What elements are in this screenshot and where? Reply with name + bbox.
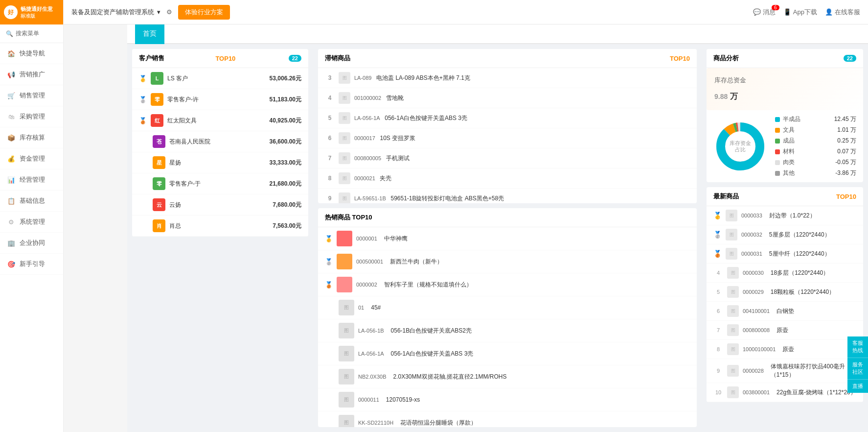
sidebar-item-purchase[interactable]: 🛍 采购管理 [0, 106, 63, 127]
float-community-button[interactable]: 服务社区 [847, 358, 868, 380]
customer-sales-list: 🥇 L LS 客户 53,006.26元 🥈 零 零售客户-许 51,183.0… [132, 68, 308, 237]
list-item: 5 图 0000029 18颗粒板（1220*2440） [707, 283, 863, 302]
legend-value: -0.05 万 [835, 158, 856, 167]
rank-num: 3 [325, 73, 335, 83]
rank-item: 星 星扬 33,333.00元 [132, 152, 308, 173]
product-code: 001000002 [354, 95, 381, 101]
operations-icon: 📊 [7, 175, 16, 184]
svg-text:库存资金: 库存资金 [730, 140, 751, 146]
sidebar-item-marketing[interactable]: 📢 营销推广 [0, 64, 63, 85]
rank-name: 肖总 [169, 222, 269, 230]
product-code: 10000100001 [743, 346, 776, 352]
product-name: 056-1B白色按键开关底ABS2壳 [391, 327, 472, 335]
customer-sales-title: 客户销售 [139, 54, 164, 63]
medal-icon: 🥈 [713, 231, 722, 239]
inventory-icon: 📦 [7, 133, 16, 142]
sidebar-item-sales[interactable]: 🛒 销售管理 [0, 85, 63, 106]
rank-amount: 51,183.00元 [270, 96, 301, 104]
system-selector[interactable]: 装备及固定资产辅助管理系统 ▾ [71, 8, 160, 17]
rank-avatar: 云 [153, 198, 165, 211]
hot-products-header: 热销商品 TOP10 [318, 208, 697, 227]
medal-icon: 🥇 [713, 212, 722, 219]
product-name: 2.0X30MM双搓花轴,搓花直径2.1MM/ROHS [393, 373, 506, 381]
legend-dot [775, 160, 780, 165]
sidebar-item-guide[interactable]: 🎯 新手引导 [0, 254, 63, 275]
rank-num: 6 [325, 133, 335, 143]
product-code: NB2.0X30B [358, 374, 386, 380]
product-code: 000500001 [356, 259, 383, 264]
rank-item: 🥉 红 红太阳文具 40,925.00元 [132, 110, 308, 131]
sidebar-item-quick-nav[interactable]: 🏠 快捷导航 [0, 43, 63, 64]
rank-avatar: 红 [151, 114, 163, 127]
purchase-icon: 🛍 [7, 112, 16, 121]
product-code: LA-056-1A [358, 351, 384, 357]
list-item: 图 01 45# [318, 296, 697, 319]
float-direct-button[interactable]: 直播 [847, 380, 868, 393]
rank-avatar: L [151, 72, 163, 85]
product-name: 电池盖 LA-089 ABS本色+黑种 7.1克 [376, 74, 470, 81]
legend-label: 文具 [783, 126, 795, 134]
sidebar-item-system[interactable]: ⚙ 系统管理 [0, 212, 63, 233]
product-thumb: 图 [726, 210, 737, 221]
settings-icon[interactable]: ⚙ [166, 8, 172, 16]
finance-icon: 💰 [7, 154, 16, 163]
customer-sales-header: 客户销售 TOP10 22 [132, 49, 308, 68]
sidebar-item-inventory[interactable]: 📦 库存核算 [0, 127, 63, 148]
product-code: 0000001 [356, 236, 377, 241]
medal-icon: 🥈 [139, 96, 147, 103]
product-thumb: 图 [339, 323, 354, 338]
product-name: 22g鱼豆腐-烧烤味（1*12*20） [777, 388, 856, 397]
medal-icon: 🥉 [139, 117, 147, 124]
product-thumb: 图 [727, 267, 739, 279]
sidebar-item-operations[interactable]: 📊 经营管理 [0, 169, 63, 191]
product-name: 体饿嘉枝味苏打饮品400毫升（1*15） [771, 362, 856, 379]
sidebar-search[interactable]: 🔍 搜索菜单 [0, 24, 63, 43]
search-icon: 🔍 [6, 30, 13, 37]
product-thumb: 图 [339, 346, 354, 361]
product-code: 0000031 [741, 251, 762, 257]
product-info: LA-089 电池盖 LA-089 ABS本色+黑种 7.1克 [354, 74, 690, 82]
app-download-button[interactable]: 📱 App下载 [783, 8, 817, 17]
product-thumb: 图 [726, 229, 737, 240]
product-name: 智利车子里（规格不知道填什么） [384, 281, 472, 289]
home-icon: 🏠 [7, 49, 16, 58]
float-service-button[interactable]: 客服热线 [847, 336, 868, 358]
list-item: 6 图 004100001 白钢垫 [707, 302, 863, 321]
sidebar-item-basic-info[interactable]: 📋 基础信息 [0, 191, 63, 212]
moving-products-card: 滞销商品 TOP10 3 图 LA-089 电池盖 LA-089 ABS本色+黑… [318, 49, 697, 203]
new-products-top: TOP10 [836, 193, 856, 200]
new-products-header: 最新商品 TOP10 [707, 187, 863, 206]
chevron-down-icon: ▾ [157, 8, 160, 16]
tab-home[interactable]: 首页 [135, 24, 164, 44]
medal-icon: 🥈 [325, 258, 333, 265]
list-item: 图 0000011 12070519-xs [318, 388, 697, 411]
product-code: KK-SD22110H [358, 420, 393, 426]
rank-item: 肖 肖总 7,563.00元 [132, 216, 308, 237]
product-name: 18多层（1220*2440） [771, 269, 856, 277]
legend-label: 材料 [783, 147, 795, 156]
product-thumb: 图 [339, 192, 350, 203]
rank-num: 5 [713, 287, 723, 297]
messages-button[interactable]: 💬 消息 6 [753, 8, 776, 17]
new-products-card: 最新商品 TOP10 🥇 图 0000033 封边带（1.0*22） 🥈 图 0… [707, 187, 863, 402]
product-thumb: 图 [339, 415, 354, 427]
sidebar-item-enterprise[interactable]: 🏢 企业协同 [0, 233, 63, 254]
online-service-button[interactable]: 👤 在线客服 [825, 8, 860, 17]
rank-name: 苍南县人民医院 [169, 138, 266, 146]
product-code: 0000029 [743, 289, 764, 295]
legend-item: 肉类 -0.05 万 [775, 158, 856, 167]
product-name: 056-1A白色按键开关盖ABS 3壳 [385, 115, 467, 121]
system-icon: ⚙ [7, 217, 16, 226]
basic-info-icon: 📋 [7, 196, 16, 205]
rank-num: 4 [713, 268, 723, 278]
topbar: 装备及固定资产辅助管理系统 ▾ ⚙ 体验行业方案 💬 消息 6 📱 App下载 … [64, 0, 868, 24]
legend-label: 成品 [783, 137, 795, 145]
content-area: 客户销售 TOP10 22 🥇 L LS 客户 53,006.26元 🥈 零 零… [127, 44, 868, 432]
legend-dot [775, 171, 780, 176]
donut-chart: 库存资金 占比 [713, 120, 767, 173]
rank-name: LS 客户 [167, 74, 266, 83]
sidebar-item-finance[interactable]: 💰 资金管理 [0, 148, 63, 169]
moving-products-top: TOP10 [670, 55, 690, 62]
trial-button[interactable]: 体验行业方案 [178, 5, 230, 20]
product-info: 000800005 手机测试 [354, 154, 690, 163]
